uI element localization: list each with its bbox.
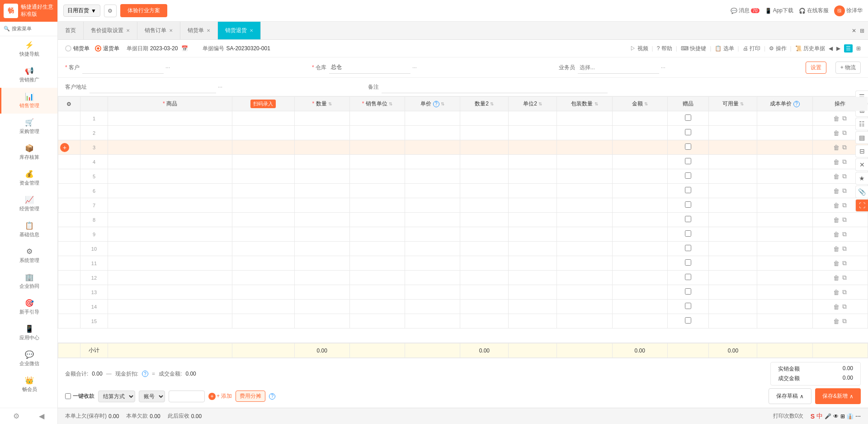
product-input-6[interactable] xyxy=(110,188,230,194)
qty-input-14[interactable] xyxy=(297,304,348,310)
settings-btn[interactable]: 设置 xyxy=(806,62,826,74)
row-price-cell[interactable] xyxy=(405,242,460,256)
row-price-cell[interactable] xyxy=(405,256,460,271)
topbar-settings-btn[interactable]: ⚙ xyxy=(104,5,117,17)
row-price-cell[interactable] xyxy=(405,126,460,140)
row-amount-cell[interactable] xyxy=(612,126,667,140)
gift-checkbox-3[interactable] xyxy=(685,143,691,150)
qty-input-7[interactable] xyxy=(297,202,348,209)
pack-input-4[interactable] xyxy=(559,159,610,165)
sidebar-item-operations[interactable]: 📈 经营管理 xyxy=(0,191,57,217)
row-pack-cell[interactable] xyxy=(557,184,612,198)
qty-input-6[interactable] xyxy=(297,188,348,194)
product-input-13[interactable] xyxy=(110,289,230,295)
delete-icon-2[interactable]: 🗑 xyxy=(833,129,840,137)
product-input-8[interactable] xyxy=(110,217,230,223)
row-qty2-cell[interactable] xyxy=(460,126,509,140)
delete-icon-1[interactable]: 🗑 xyxy=(833,115,840,122)
product-input-5[interactable] xyxy=(110,173,230,180)
unit-input-3[interactable] xyxy=(352,144,403,151)
sidebar-item-wechat[interactable]: 💬 企业微信 xyxy=(0,346,57,372)
qty2-input-1[interactable] xyxy=(462,115,506,122)
unit-input-14[interactable] xyxy=(352,304,403,310)
row-pack-cell[interactable] xyxy=(557,314,612,329)
customer-input[interactable] xyxy=(82,61,164,74)
delete-icon-10[interactable]: 🗑 xyxy=(833,245,840,252)
toolbar-icon-eye[interactable]: 👁 xyxy=(833,413,839,419)
unit2-input-3[interactable] xyxy=(510,144,555,151)
row-amount-cell[interactable] xyxy=(612,111,667,126)
row-qty-cell[interactable] xyxy=(294,140,349,155)
qty2-input-11[interactable] xyxy=(462,260,506,267)
row-unit2-cell[interactable] xyxy=(509,155,557,169)
amount-input-3[interactable] xyxy=(614,144,665,151)
row-amount-cell[interactable] xyxy=(612,155,667,169)
row-unit-cell[interactable] xyxy=(349,140,405,155)
row-qty2-cell[interactable] xyxy=(460,271,509,285)
float-btn-close[interactable]: ✕ xyxy=(855,158,868,171)
qty2-input-3[interactable] xyxy=(462,144,506,151)
row-unit2-cell[interactable] xyxy=(509,227,557,242)
row-product-cell[interactable] xyxy=(108,242,232,256)
amount-input-14[interactable] xyxy=(614,304,665,310)
pack-input-15[interactable] xyxy=(559,318,610,324)
row-gift-cell[interactable] xyxy=(667,140,709,155)
unit2-input-5[interactable] xyxy=(510,173,555,180)
gift-checkbox-6[interactable] xyxy=(685,187,691,193)
gift-checkbox-13[interactable] xyxy=(685,288,691,295)
qty-input-13[interactable] xyxy=(297,289,348,295)
row-amount-cell[interactable] xyxy=(612,242,667,256)
amount-input-4[interactable] xyxy=(614,159,665,165)
amount-input-11[interactable] xyxy=(614,260,665,267)
unit-input-2[interactable] xyxy=(352,130,403,136)
row-unit-cell[interactable] xyxy=(349,256,405,271)
copy-icon-15[interactable]: ⧉ xyxy=(842,317,847,325)
row-unit-cell[interactable] xyxy=(349,184,405,198)
video-btn[interactable]: ▷ 视频 xyxy=(630,45,648,52)
add-logistics-btn[interactable]: + 物流 xyxy=(835,62,861,74)
tab-sales-order[interactable]: 销售订单 ✕ xyxy=(137,22,180,39)
expand-btn[interactable]: ⊞ xyxy=(860,28,864,34)
pack-input-6[interactable] xyxy=(559,188,610,194)
unit2-input-12[interactable] xyxy=(510,275,555,281)
tab-close-price-setting[interactable]: ✕ xyxy=(126,28,130,33)
row-product-cell[interactable] xyxy=(108,169,232,184)
row-qty2-cell[interactable] xyxy=(460,227,509,242)
copy-icon-3[interactable]: ⧉ xyxy=(842,143,847,151)
unit2-input-11[interactable] xyxy=(510,260,555,267)
sidebar-item-finance[interactable]: 💰 资金管理 xyxy=(0,165,57,191)
row-gift-cell[interactable] xyxy=(667,184,709,198)
cash-discount-info-icon[interactable]: ? xyxy=(142,371,148,377)
qty2-input-4[interactable] xyxy=(462,159,506,165)
toolbar-icon-shirt[interactable]: 👔 xyxy=(847,413,854,419)
delete-icon-7[interactable]: 🗑 xyxy=(833,202,840,209)
radio-return[interactable]: 退货单 xyxy=(95,45,119,52)
price-input-7[interactable] xyxy=(407,202,458,209)
qty2-input-13[interactable] xyxy=(462,289,506,295)
pack-input-12[interactable] xyxy=(559,275,610,281)
qty-input-4[interactable] xyxy=(297,159,348,165)
copy-icon-11[interactable]: ⧉ xyxy=(842,259,847,267)
row-amount-cell[interactable] xyxy=(612,271,667,285)
th-scan[interactable]: 扫码录入 xyxy=(232,97,295,111)
row-price-cell[interactable] xyxy=(405,140,460,155)
unit-input-8[interactable] xyxy=(352,217,403,223)
gift-checkbox-12[interactable] xyxy=(685,274,691,280)
row-gift-cell[interactable] xyxy=(667,126,709,140)
user-avatar[interactable]: 徐 徐泽华 xyxy=(834,5,863,16)
row-pack-cell[interactable] xyxy=(557,111,612,126)
price-input-10[interactable] xyxy=(407,246,458,252)
row-unit2-cell[interactable] xyxy=(509,300,557,314)
row-pack-cell[interactable] xyxy=(557,126,612,140)
row-gift-cell[interactable] xyxy=(667,256,709,271)
account-select[interactable]: 账号 xyxy=(139,391,165,402)
price-input-12[interactable] xyxy=(407,275,458,281)
row-product-cell[interactable] xyxy=(108,213,232,227)
row-unit-cell[interactable] xyxy=(349,155,405,169)
gift-checkbox-7[interactable] xyxy=(685,201,691,208)
sidebar-search[interactable]: 🔍 搜索菜单 xyxy=(0,22,57,36)
sidebar-item-member[interactable]: 👑 畅会员 xyxy=(0,372,57,397)
unit2-input-15[interactable] xyxy=(510,318,555,324)
pack-input-3[interactable] xyxy=(559,144,610,151)
row-amount-cell[interactable] xyxy=(612,213,667,227)
